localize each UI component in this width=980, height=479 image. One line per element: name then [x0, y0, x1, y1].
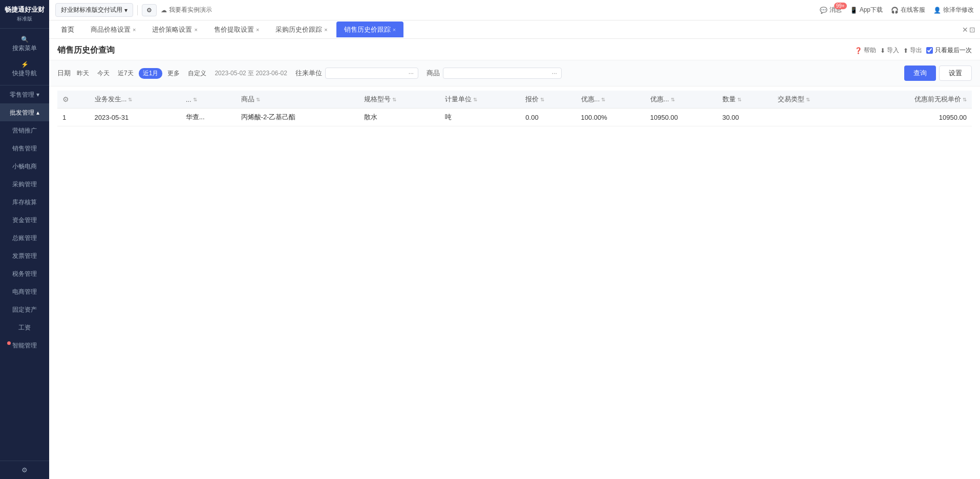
table-row[interactable]: 1 2023-05-31 华查... 丙烯酸-2-乙基己酯 散水 吨 0.00 …	[57, 108, 972, 126]
tab-extract-label: 售价提取设置	[214, 25, 254, 34]
sidebar-item-quicknav[interactable]: ⚡ 快捷导航	[0, 57, 49, 82]
date-opt-more[interactable]: 更多	[164, 68, 183, 79]
goods-more-btn[interactable]: ···	[552, 70, 557, 77]
import-link[interactable]: ⬇ 导入	[880, 46, 899, 55]
tab-purchase-history[interactable]: 采购历史价跟踪 ×	[268, 21, 335, 37]
col-price-sort[interactable]: 报价	[525, 95, 544, 104]
tab-strategy-close[interactable]: ×	[194, 27, 197, 33]
col-goods-header[interactable]: 商品	[236, 91, 359, 108]
sidebar-item-inventory[interactable]: 库存核算	[0, 193, 49, 211]
cell-discount2: 10950.00	[645, 108, 717, 126]
export-link[interactable]: ⬆ 导出	[903, 46, 922, 55]
col-discount2-sort[interactable]: 优惠...	[650, 95, 675, 104]
col-qty-sort[interactable]: 数量	[722, 95, 741, 104]
col-spec-header[interactable]: 规格型号	[359, 91, 440, 108]
date-opt-today[interactable]: 今天	[94, 68, 113, 79]
sidebar-item-salary[interactable]: 工资	[0, 318, 49, 336]
sidebar-item-finance[interactable]: 资金管理	[0, 211, 49, 229]
app-download-button[interactable]: 📱 App下载	[850, 6, 883, 14]
sidebar-item-smart[interactable]: 智能管理	[0, 336, 49, 354]
tab-price-close[interactable]: ×	[133, 27, 136, 33]
date-opt-yesterday[interactable]: 昨天	[74, 68, 92, 79]
app-download-label: App下载	[860, 6, 883, 14]
sidebar-item-search[interactable]: 🔍 搜索菜单	[0, 32, 49, 57]
tab-price[interactable]: 商品价格设置 ×	[83, 21, 143, 37]
demo-label: 我要看实例演示	[169, 6, 212, 14]
col-discount2-header[interactable]: 优惠...	[645, 91, 717, 108]
goods-filter-label: 商品	[427, 69, 440, 78]
user-menu[interactable]: 👤 徐泽华修改	[933, 6, 974, 14]
maximize-window-button[interactable]: ⊡	[969, 26, 976, 33]
product-switcher[interactable]: 好业财标准版交付试用 ▾	[55, 3, 133, 17]
settings-button-filter[interactable]: 设置	[939, 66, 972, 81]
tab-sales-history-close[interactable]: ×	[393, 27, 396, 33]
col-unit-header[interactable]: 计量单位	[440, 91, 521, 108]
col-transtype-sort[interactable]: 交易类型	[778, 95, 810, 104]
online-service-label: 在线客服	[901, 6, 925, 14]
sidebar-item-purchase[interactable]: 采购管理	[0, 175, 49, 193]
demo-link[interactable]: ☁ 我要看实例演示	[161, 6, 212, 14]
tab-extract[interactable]: 售价提取设置 ×	[206, 21, 267, 37]
col-date-sort[interactable]: 业务发生...	[95, 95, 133, 104]
date-opt-last1m[interactable]: 近1月	[139, 68, 163, 79]
date-opt-custom[interactable]: 自定义	[185, 68, 209, 79]
only-last-checkbox[interactable]	[926, 47, 933, 54]
table-col-settings-icon[interactable]: ⚙	[62, 95, 69, 103]
table-head: ⚙ 业务发生... ... 商品 规格型号 计量单位 报价 优惠... 优惠..…	[57, 91, 972, 108]
col-spec-sort[interactable]: 规格型号	[364, 95, 396, 104]
col-transtype-header[interactable]: 交易类型	[773, 91, 854, 108]
sidebar-quicknav-label: 快捷导航	[12, 69, 37, 78]
date-opt-last7[interactable]: 近7天	[115, 68, 137, 79]
col-extra-sort[interactable]: ...	[186, 96, 197, 103]
col-extra-header[interactable]: ...	[181, 91, 236, 108]
goods-input[interactable]	[448, 70, 550, 77]
col-discount1-sort[interactable]: 优惠...	[581, 95, 606, 104]
settings-button[interactable]: ⚙	[142, 4, 157, 16]
query-button[interactable]: 查询	[904, 66, 936, 81]
sidebar-item-ledger[interactable]: 总账管理	[0, 229, 49, 247]
date-range-display: 2023-05-02 至 2023-06-02	[215, 69, 287, 78]
sidebar-settings[interactable]: ⚙	[0, 461, 49, 479]
col-unit-sort[interactable]: 计量单位	[445, 95, 477, 104]
topbar-right: 💬 消息 99+ 📱 App下载 🎧 在线客服 👤 徐泽华修改	[820, 6, 974, 14]
topbar-gear-icon: ⚙	[146, 7, 152, 14]
cell-extra: 华查...	[181, 108, 236, 126]
tab-home[interactable]: 首页	[53, 21, 82, 37]
col-discount1-header[interactable]: 优惠...	[576, 91, 645, 108]
sidebar-item-marketing[interactable]: 营销推广	[0, 121, 49, 139]
tab-purchase-history-close[interactable]: ×	[324, 27, 327, 33]
close-window-button[interactable]: ✕	[962, 26, 969, 33]
source-more-btn[interactable]: ···	[409, 70, 414, 77]
col-qty-header[interactable]: 数量	[717, 91, 773, 108]
online-service-button[interactable]: 🎧 在线客服	[891, 6, 925, 14]
search-icon: 🔍	[21, 36, 29, 43]
tab-strategy[interactable]: 进价策略设置 ×	[144, 21, 205, 37]
sidebar-item-sales[interactable]: 销售管理	[0, 139, 49, 157]
only-last-checkbox-label[interactable]: 只看最后一次	[926, 46, 972, 55]
tab-sales-history[interactable]: 销售历史价跟踪 ×	[336, 21, 403, 37]
col-price-header[interactable]: 报价	[520, 91, 576, 108]
phone-icon: 📱	[850, 7, 858, 14]
col-pretax-header[interactable]: 优惠前无税单价	[853, 91, 972, 108]
sidebar-item-tax[interactable]: 税务管理	[0, 265, 49, 282]
tab-extract-close[interactable]: ×	[256, 27, 259, 33]
sidebar-item-invoice[interactable]: 发票管理	[0, 247, 49, 265]
goods-input-wrap: ···	[443, 68, 562, 79]
messages-button[interactable]: 💬 消息 99+	[820, 6, 842, 14]
source-input-wrap: ···	[325, 68, 418, 79]
col-date-header[interactable]: 业务发生...	[90, 91, 181, 108]
col-settings-header[interactable]: ⚙	[57, 91, 90, 108]
import-label: 导入	[887, 46, 899, 55]
sidebar-item-retail[interactable]: 零售管理 ▾	[0, 85, 49, 103]
cell-pretax: 10950.00	[853, 108, 972, 126]
col-goods-sort[interactable]: 商品	[241, 95, 260, 104]
sidebar-item-ecom[interactable]: 电商管理	[0, 282, 49, 300]
source-filter-section: 往来单位 ···	[295, 68, 418, 79]
col-pretax-sort[interactable]: 优惠前无税单价	[914, 95, 967, 104]
sidebar-item-ecom-small[interactable]: 小畅电商	[0, 157, 49, 175]
help-link[interactable]: ❓ 帮助	[855, 46, 876, 55]
only-last-label: 只看最后一次	[935, 46, 972, 55]
sidebar-item-assets[interactable]: 固定资产	[0, 300, 49, 318]
source-input[interactable]	[330, 70, 407, 77]
sidebar-item-wholesale[interactable]: 批发管理 ▴	[0, 103, 49, 121]
